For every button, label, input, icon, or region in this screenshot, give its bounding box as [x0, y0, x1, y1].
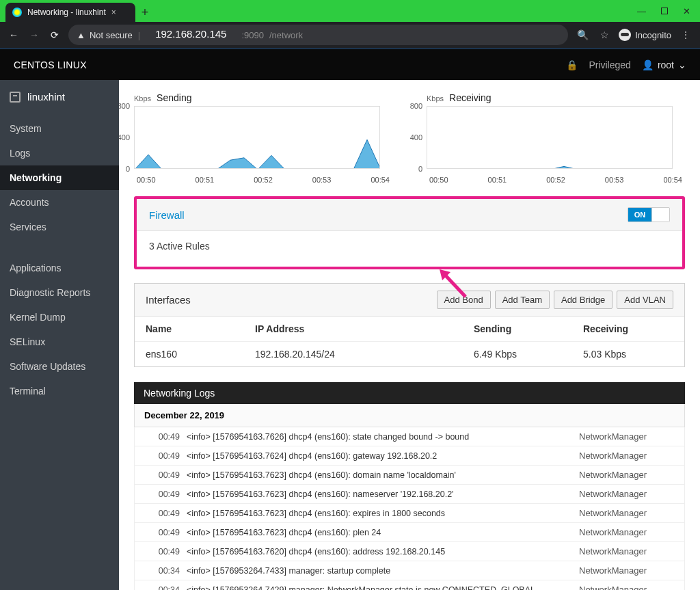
add-team-button[interactable]: Add Team — [495, 291, 550, 309]
interfaces-title: Interfaces — [146, 294, 191, 306]
logs-title: Networking Logs — [134, 382, 685, 404]
site-favicon — [12, 8, 22, 17]
sending-chart: Kbps Sending 8004000 00:5000:5100:5200:5… — [134, 92, 392, 184]
x-tick: 00:54 — [371, 176, 390, 184]
sidebar-hostname: linuxhint — [27, 91, 65, 103]
log-source: NetworkManager — [579, 546, 675, 557]
log-message: <info> [1576953264.7429] manager: Networ… — [180, 585, 579, 591]
maximize-button[interactable] — [661, 8, 668, 14]
user-menu[interactable]: 👤 root ⌄ — [642, 59, 686, 70]
log-time: 00:49 — [144, 451, 180, 461]
x-tick: 00:51 — [196, 176, 215, 184]
if-ip: 192.168.20.145/24 — [255, 349, 474, 360]
log-source: NetworkManager — [579, 431, 675, 442]
firewall-link[interactable]: Firewall — [149, 209, 185, 221]
log-entry[interactable]: 00:49<info> [1576954163.7623] dhcp4 (ens… — [134, 485, 685, 504]
if-receiving: 5.03 Kbps — [583, 349, 673, 360]
firewall-rules-text: 3 Active Rules — [137, 231, 682, 267]
app-header: CENTOS LINUX 🔒 Privileged 👤 root ⌄ — [0, 49, 700, 80]
log-time: 00:34 — [144, 566, 180, 576]
browser-menu-icon[interactable]: ⋮ — [678, 29, 693, 40]
sidebar-item-services[interactable]: Services — [0, 215, 119, 239]
reload-button[interactable]: ⟳ — [48, 29, 62, 40]
tab-close-icon[interactable]: × — [111, 8, 116, 17]
col-ip: IP Address — [255, 323, 474, 334]
sidebar-item-applications[interactable]: Applications — [0, 256, 119, 280]
log-source: NetworkManager — [579, 508, 675, 518]
close-window-button[interactable]: ✕ — [683, 6, 690, 16]
sidebar-item-selinux[interactable]: SELinux — [0, 330, 119, 354]
sidebar-item-networking[interactable]: Networking — [0, 165, 119, 190]
y-tick: 400 — [410, 133, 422, 142]
x-tick: 00:53 — [605, 176, 624, 184]
log-entry[interactable]: 00:49<info> [1576954163.7626] dhcp4 (ens… — [134, 427, 685, 446]
log-entry[interactable]: 00:49<info> [1576954163.7623] dhcp4 (ens… — [134, 466, 685, 485]
log-entry[interactable]: 00:34<info> [1576953264.7429] manager: N… — [134, 580, 685, 590]
sidebar: linuxhint SystemLogsNetworkingAccountsSe… — [0, 80, 119, 590]
incognito-indicator[interactable]: Incognito — [619, 29, 671, 41]
back-button[interactable]: ← — [7, 29, 21, 40]
browser-tab[interactable]: Networking - linuxhint × — [5, 3, 135, 22]
bookmark-icon[interactable]: ☆ — [597, 29, 612, 40]
log-source: NetworkManager — [579, 565, 675, 576]
sidebar-item-system[interactable]: System — [0, 116, 119, 141]
chevron-down-icon: ⌄ — [678, 59, 686, 70]
if-name: ens160 — [146, 349, 255, 360]
log-time: 00:49 — [144, 547, 180, 557]
log-message: <info> [1576954163.7624] dhcp4 (ens160):… — [180, 451, 579, 461]
col-sending: Sending — [474, 323, 583, 334]
log-message: <info> [1576954163.7623] dhcp4 (ens160):… — [180, 470, 579, 480]
y-tick: 800 — [119, 102, 130, 110]
if-sending: 6.49 Kbps — [474, 349, 583, 360]
window-controls: — ✕ — [637, 0, 700, 22]
zoom-icon[interactable]: 🔍 — [575, 29, 590, 40]
sidebar-host[interactable]: linuxhint — [0, 80, 119, 116]
log-entry[interactable]: 00:34<info> [1576953264.7433] manager: s… — [134, 561, 685, 580]
log-entry[interactable]: 00:49<info> [1576954163.7623] dhcp4 (ens… — [134, 523, 685, 542]
log-source: NetworkManager — [579, 451, 675, 461]
firewall-toggle[interactable]: ON — [628, 207, 670, 222]
sidebar-item-software-updates[interactable]: Software Updates — [0, 354, 119, 379]
log-source: NetworkManager — [579, 489, 675, 499]
log-time: 00:34 — [144, 585, 180, 591]
incognito-label: Incognito — [635, 30, 671, 40]
receiving-plot — [427, 106, 673, 169]
col-name: Name — [146, 323, 255, 334]
privileged-label: Privileged — [589, 59, 630, 70]
sidebar-item-terminal[interactable]: Terminal — [0, 379, 119, 403]
log-entry[interactable]: 00:49<info> [1576954163.7624] dhcp4 (ens… — [134, 446, 685, 466]
interface-row[interactable]: ens160192.168.20.145/246.49 Kbps5.03 Kbp… — [135, 341, 684, 366]
x-tick: 00:51 — [488, 176, 507, 184]
url-host: 192.168.20.145 — [146, 17, 236, 53]
add-vlan-button[interactable]: Add VLAN — [617, 291, 673, 309]
log-message: <info> [1576954163.7623] dhcp4 (ens160):… — [180, 528, 579, 537]
brand: CENTOS LINUX — [14, 59, 87, 70]
user-icon: 👤 — [642, 59, 654, 70]
y-tick: 0 — [126, 165, 130, 173]
main-content: Kbps Sending 8004000 00:5000:5100:5200:5… — [119, 80, 700, 590]
sidebar-item-kernel-dump[interactable]: Kernel Dump — [0, 305, 119, 330]
toggle-on-label: ON — [628, 208, 651, 222]
log-time: 00:49 — [144, 432, 180, 442]
logs-date: December 22, 2019 — [134, 404, 685, 427]
lock-icon: 🔒 — [566, 59, 578, 70]
url-path: /network — [269, 30, 303, 40]
minimize-button[interactable]: — — [637, 6, 646, 16]
toggle-knob — [651, 208, 669, 222]
log-entry[interactable]: 00:49<info> [1576954163.7623] dhcp4 (ens… — [134, 504, 685, 523]
sidebar-item-accounts[interactable]: Accounts — [0, 190, 119, 215]
browser-toolbar: ← → ⟳ ▲ Not secure | 192.168.20.145:9090… — [0, 22, 700, 49]
sending-plot — [134, 106, 380, 169]
log-message: <info> [1576954163.7626] dhcp4 (ens160):… — [180, 432, 579, 442]
firewall-panel: Firewall ON 3 Active Rules — [134, 196, 685, 269]
log-message: <info> [1576954163.7620] dhcp4 (ens160):… — [180, 547, 579, 557]
sidebar-item-logs[interactable]: Logs — [0, 141, 119, 165]
address-bar[interactable]: ▲ Not secure | 192.168.20.145:9090/netwo… — [68, 25, 568, 45]
x-tick: 00:50 — [137, 176, 156, 184]
log-message: <info> [1576953264.7433] manager: startu… — [180, 566, 579, 576]
forward-button[interactable]: → — [27, 29, 41, 40]
x-tick: 00:50 — [429, 176, 448, 184]
log-entry[interactable]: 00:49<info> [1576954163.7620] dhcp4 (ens… — [134, 542, 685, 561]
sidebar-item-diagnostic-reports[interactable]: Diagnostic Reports — [0, 280, 119, 305]
add-bridge-button[interactable]: Add Bridge — [554, 291, 612, 309]
